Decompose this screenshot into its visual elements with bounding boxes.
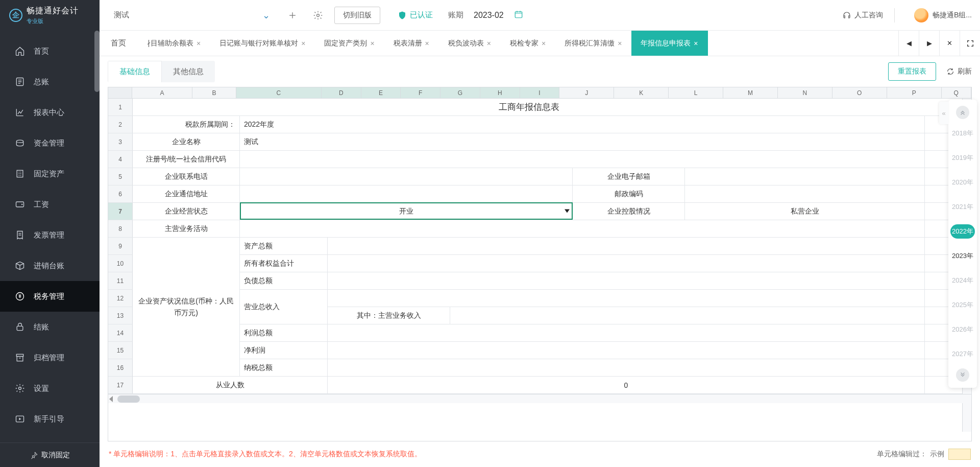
tab-item[interactable]: 税负波动表× bbox=[439, 31, 501, 56]
row-header[interactable]: 13 bbox=[108, 307, 133, 324]
tabs-next[interactable]: ▶ bbox=[919, 31, 939, 56]
row-header[interactable]: 2 bbox=[108, 116, 133, 133]
tab-item[interactable]: 税检专家× bbox=[501, 31, 555, 56]
cell-label[interactable]: 企业通信地址 bbox=[133, 185, 240, 202]
cell-label[interactable]: 其中：主营业务收入 bbox=[328, 307, 450, 324]
scroll-thumb[interactable] bbox=[117, 395, 140, 403]
cell-value[interactable] bbox=[328, 342, 925, 359]
nav-reports[interactable]: 报表中心 bbox=[0, 97, 100, 128]
year-item[interactable]: 2025年 bbox=[948, 293, 977, 317]
grid-hscrollbar[interactable] bbox=[108, 394, 971, 403]
col-header[interactable]: N bbox=[778, 87, 832, 98]
cell-value[interactable] bbox=[328, 359, 925, 376]
row-header[interactable]: 15 bbox=[108, 342, 133, 359]
cell-value[interactable] bbox=[328, 272, 925, 289]
cell-label[interactable]: 净利润 bbox=[240, 342, 328, 359]
cell-label[interactable]: 从业人数 bbox=[133, 377, 328, 393]
row-header[interactable]: 14 bbox=[108, 324, 133, 342]
cell-dropdown[interactable]: 开业 bbox=[240, 203, 573, 220]
col-header[interactable]: Q bbox=[942, 87, 971, 98]
close-icon[interactable]: × bbox=[618, 39, 622, 48]
add-button[interactable] bbox=[283, 6, 302, 25]
row-header[interactable]: 8 bbox=[108, 220, 133, 237]
nav-inventory[interactable]: 进销台账 bbox=[0, 250, 100, 281]
cell-label[interactable]: 资产总额 bbox=[240, 238, 328, 254]
year-down-button[interactable] bbox=[956, 368, 969, 382]
cell-value[interactable] bbox=[450, 307, 925, 324]
cell-label[interactable]: 企业联系电话 bbox=[133, 168, 240, 185]
nav-close[interactable]: 结账 bbox=[0, 312, 100, 342]
col-header[interactable]: I bbox=[520, 87, 560, 98]
cell-label[interactable]: 邮政编码 bbox=[573, 185, 685, 202]
year-item[interactable]: 2023年 bbox=[948, 244, 977, 268]
col-header[interactable]: B bbox=[192, 87, 236, 98]
row-header[interactable]: 6 bbox=[108, 185, 133, 202]
col-header[interactable]: J bbox=[559, 87, 614, 98]
col-header[interactable]: P bbox=[887, 87, 942, 98]
col-header[interactable]: K bbox=[614, 87, 669, 98]
cell-label[interactable]: 企业控股情况 bbox=[573, 203, 685, 220]
col-header[interactable]: F bbox=[401, 87, 440, 98]
cell-value[interactable] bbox=[328, 255, 925, 272]
row-header[interactable]: 7 bbox=[108, 203, 133, 220]
cell-value[interactable] bbox=[328, 324, 925, 341]
cell-label[interactable]: 注册号/统一社会信用代码 bbox=[133, 151, 240, 168]
col-header[interactable]: E bbox=[361, 87, 401, 98]
nav-funds[interactable]: 资金管理 bbox=[0, 128, 100, 158]
cell-value[interactable]: 2022年度 bbox=[240, 116, 925, 133]
cell-label[interactable]: 利润总额 bbox=[240, 324, 328, 341]
cell-label[interactable]: 税款所属期间： bbox=[133, 116, 240, 133]
sub-tab-basic[interactable]: 基础信息 bbox=[108, 61, 162, 82]
tab-item[interactable]: 固定资产类别× bbox=[315, 31, 384, 56]
col-header[interactable]: D bbox=[322, 87, 361, 98]
nav-tax[interactable]: 税务管理 bbox=[0, 281, 100, 312]
col-header[interactable]: C bbox=[236, 87, 322, 98]
unpin-button[interactable]: 取消固定 bbox=[0, 442, 100, 467]
close-icon[interactable]: × bbox=[425, 39, 429, 48]
select-all-corner[interactable] bbox=[108, 87, 132, 98]
cell-value[interactable] bbox=[328, 290, 925, 307]
cell-value[interactable]: 测试 bbox=[240, 133, 925, 150]
tabs-close-all[interactable]: ✕ bbox=[939, 31, 960, 56]
tabs-prev[interactable]: ◀ bbox=[898, 31, 919, 56]
col-header[interactable]: G bbox=[440, 87, 480, 98]
year-item[interactable]: 2021年 bbox=[948, 195, 977, 219]
col-header[interactable]: H bbox=[480, 87, 520, 98]
year-item[interactable]: 2018年 bbox=[948, 121, 977, 146]
cell-value[interactable] bbox=[685, 185, 925, 202]
tab-item[interactable]: 所得税汇算清缴× bbox=[555, 31, 631, 56]
cell-label[interactable]: 企业经营状态 bbox=[133, 203, 240, 220]
switch-old-version-button[interactable]: 切到旧版 bbox=[334, 7, 380, 24]
tab-home[interactable]: 首页 bbox=[100, 31, 138, 56]
close-icon[interactable]: × bbox=[542, 39, 546, 48]
year-item[interactable]: 2024年 bbox=[948, 268, 977, 293]
year-item[interactable]: 2019年 bbox=[948, 146, 977, 170]
row-header[interactable]: 17 bbox=[108, 377, 133, 393]
sidebar-scrollbar[interactable] bbox=[94, 31, 100, 92]
tab-item-active[interactable]: 年报信息申报表× bbox=[631, 31, 707, 56]
cell-value[interactable] bbox=[240, 185, 573, 202]
row-header[interactable]: 10 bbox=[108, 255, 133, 272]
nav-ledger[interactable]: 总账 bbox=[0, 66, 100, 97]
cell-value[interactable] bbox=[328, 238, 925, 254]
nav-invoice[interactable]: 发票管理 bbox=[0, 220, 100, 250]
sub-tab-other[interactable]: 其他信息 bbox=[162, 61, 215, 82]
close-icon[interactable]: × bbox=[487, 39, 491, 48]
cell-value[interactable]: 0 bbox=[328, 377, 925, 393]
close-icon[interactable]: × bbox=[370, 39, 374, 48]
cell-label[interactable]: 所有者权益合计 bbox=[240, 255, 328, 272]
collapse-rail-button[interactable]: « bbox=[939, 102, 948, 124]
nav-settings[interactable]: 设置 bbox=[0, 373, 100, 404]
row-header[interactable]: 5 bbox=[108, 168, 133, 185]
cell-value[interactable] bbox=[240, 168, 573, 185]
cell-label[interactable]: 负债总额 bbox=[240, 272, 328, 289]
row-header[interactable]: 4 bbox=[108, 151, 133, 168]
cell-value[interactable]: 私营企业 bbox=[685, 203, 925, 220]
year-item-active[interactable]: 2022年 bbox=[950, 224, 975, 239]
year-item[interactable]: 2020年 bbox=[948, 170, 977, 195]
col-header[interactable]: L bbox=[669, 87, 723, 98]
cell-value[interactable] bbox=[685, 168, 925, 185]
cell-label[interactable]: 企业名称 bbox=[133, 133, 240, 150]
nav-archive[interactable]: 归档管理 bbox=[0, 342, 100, 373]
spreadsheet[interactable]: A B C D E F G H I J K L M N O P Q 1 工商年报… bbox=[108, 87, 972, 441]
